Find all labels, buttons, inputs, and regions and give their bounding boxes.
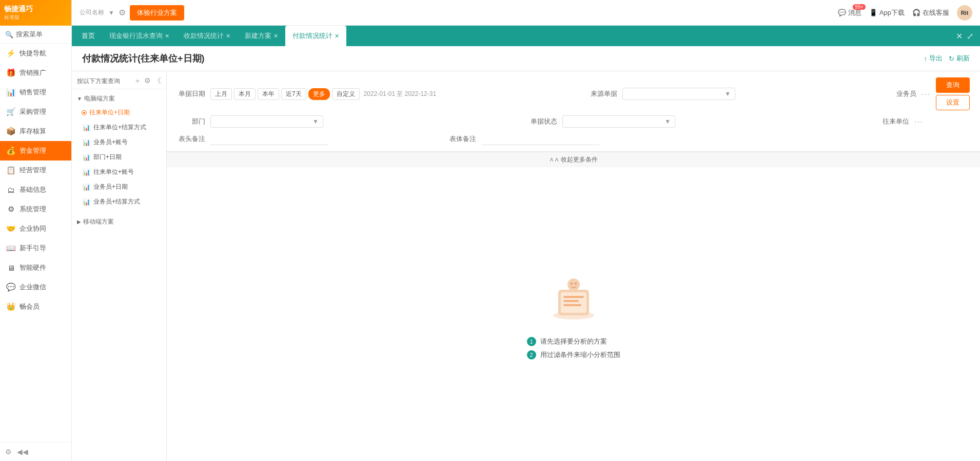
- sidebar-item-basic-info[interactable]: 🗂 基础信息: [0, 180, 71, 199]
- date-btn-this-month[interactable]: 本月: [234, 88, 256, 100]
- sidebar-item-operations[interactable]: 📋 经营管理: [0, 161, 71, 180]
- mobile-section-title[interactable]: ▶ 移动端方案: [72, 215, 166, 228]
- tip-text-2: 用过滤条件来缩小分析范围: [540, 350, 620, 359]
- sidebar-collapse-icon[interactable]: ◀◀: [17, 448, 28, 456]
- header-note-input[interactable]: [210, 133, 328, 145]
- tab-bank-label: 现金银行流水查询: [109, 31, 163, 41]
- tab-expand-icon[interactable]: ⤢: [967, 31, 973, 41]
- content-area: 付款情况统计(往来单位+日期) ↑ 导出 ↻ 刷新 按以下方案查询 ＋: [72, 46, 980, 461]
- company-chevron-icon[interactable]: ▼: [108, 9, 114, 16]
- scheme-item-dept-date[interactable]: 📊 部门+日期: [72, 150, 166, 165]
- avatar-text: Rit: [961, 10, 969, 16]
- tab-close-all-icon[interactable]: ✕: [956, 31, 963, 41]
- topbar-gear-icon[interactable]: ⚙: [119, 8, 126, 17]
- sidebar-logo: 畅捷通巧: [4, 5, 33, 14]
- marketing-icon: 🎁: [6, 68, 15, 77]
- sidebar-item-enterprise[interactable]: 🤝 企业协同: [0, 219, 71, 238]
- sidebar-item-hardware[interactable]: 🖥 智能硬件: [0, 258, 71, 277]
- scheme-item-staff-account[interactable]: 📊 业务员+账号: [72, 135, 166, 150]
- sidebar-item-system[interactable]: ⚙ 系统管理: [0, 199, 71, 219]
- sidebar-search-label: 搜索菜单: [16, 30, 43, 39]
- scheme-item-staff-payment[interactable]: 📊 业务员+结算方式: [72, 194, 166, 209]
- body-note-input[interactable]: [481, 133, 599, 145]
- user-avatar[interactable]: Rit: [957, 5, 972, 21]
- sidebar-item-guide[interactable]: 📖 新手引导: [0, 238, 71, 258]
- messages-btn[interactable]: 💬 消息 99+: [838, 8, 861, 17]
- sidebar-item-inventory[interactable]: 📦 库存核算: [0, 122, 71, 141]
- scheme-chart-icon-6: 📊: [82, 198, 90, 206]
- sidebar-settings-icon[interactable]: ⚙: [5, 448, 12, 456]
- tab-bank[interactable]: 现金银行流水查询 ✕: [102, 26, 177, 46]
- scheme-item-staff-date[interactable]: 📊 业务员+日期: [72, 179, 166, 194]
- filter-row-3: 表头备注 表体备注: [177, 133, 970, 145]
- mobile-arrow-icon: ▶: [77, 219, 81, 225]
- online-service-label: 在线客服: [923, 8, 949, 17]
- scheme-collapse-icon[interactable]: 《: [154, 76, 161, 86]
- svg-rect-4: [563, 300, 579, 302]
- sidebar: 畅捷通巧 标准版 🔍 搜索菜单 ⚡ 快捷导航 🎁 营销推广 📊 销售管理 🛒 采…: [0, 0, 72, 461]
- operations-icon: 📋: [6, 166, 15, 175]
- tab-new-scheme[interactable]: 新建方案 ✕: [238, 26, 285, 46]
- filter-row-2: 部门 ▼ 单据状态 ▼ 往来单位 ···: [177, 115, 970, 128]
- sidebar-item-purchase[interactable]: 🛒 采购管理: [0, 102, 71, 122]
- nav-label-member: 畅会员: [19, 302, 40, 311]
- partner-dots-btn[interactable]: ···: [914, 117, 924, 126]
- online-service-btn[interactable]: 🎧 在线客服: [912, 8, 949, 17]
- dept-select[interactable]: ▼: [210, 115, 323, 128]
- scheme-item-unit-payment[interactable]: 📊 往来单位+结算方式: [72, 120, 166, 135]
- nav-label-hardware: 智能硬件: [19, 263, 46, 272]
- collapse-bar[interactable]: ∧∧ 收起更多条件: [167, 152, 980, 167]
- finance-icon: 💰: [6, 146, 15, 155]
- scheme-chart-icon-2: 📊: [82, 138, 90, 147]
- query-btn[interactable]: 查询: [936, 77, 970, 93]
- app-icon: 📱: [869, 9, 877, 16]
- collapse-label: 收起更多条件: [561, 156, 598, 163]
- tab-receivable[interactable]: 收款情况统计 ✕: [177, 26, 238, 46]
- export-btn[interactable]: ↑ 导出: [924, 54, 943, 63]
- scheme-add-icon[interactable]: ＋: [134, 76, 141, 86]
- tab-payment-close-icon[interactable]: ✕: [335, 33, 339, 39]
- sidebar-search[interactable]: 🔍 搜索菜单: [0, 26, 71, 44]
- staff-label: 业务员: [888, 89, 916, 98]
- inventory-icon: 📦: [6, 127, 15, 136]
- scheme-panel-title: 按以下方案查询: [77, 77, 120, 86]
- guide-icon: 📖: [6, 244, 15, 253]
- scheme-item-unit-account[interactable]: 📊 往来单位+账号: [72, 165, 166, 179]
- topbar-right: 💬 消息 99+ 📱 App下载 🎧 在线客服 Rit: [838, 5, 972, 21]
- tab-receivable-close-icon[interactable]: ✕: [226, 33, 230, 39]
- date-label: 单据日期: [177, 89, 205, 98]
- date-btn-custom[interactable]: 自定义: [332, 88, 360, 100]
- sidebar-item-member[interactable]: 👑 畅会员: [0, 297, 71, 316]
- app-download-btn[interactable]: 📱 App下载: [869, 8, 905, 17]
- sidebar-item-sales[interactable]: 📊 销售管理: [0, 83, 71, 102]
- sidebar-item-weixin[interactable]: 💬 企业微信: [0, 277, 71, 297]
- filter-area: 按以下方案查询 ＋ ⚙ 《 ▼ 电脑端方案 往来单位+日期: [72, 71, 980, 461]
- date-btn-more[interactable]: 更多: [308, 88, 330, 100]
- status-label: 单据状态: [529, 117, 557, 126]
- setting-btn[interactable]: 设置: [936, 95, 970, 110]
- sidebar-item-quick-nav[interactable]: ⚡ 快捷导航: [0, 44, 71, 63]
- refresh-btn[interactable]: ↻ 刷新: [949, 54, 970, 63]
- date-btn-this-year[interactable]: 本年: [258, 88, 279, 100]
- tab-payment[interactable]: 付款情况统计 ✕: [285, 26, 346, 46]
- hardware-icon: 🖥: [6, 263, 15, 272]
- sales-icon: 📊: [6, 88, 15, 97]
- desktop-section-title[interactable]: ▼ 电脑端方案: [72, 92, 166, 105]
- scheme-item-unit-date[interactable]: 往来单位+日期: [72, 105, 166, 120]
- staff-dots-btn[interactable]: ···: [922, 90, 931, 98]
- source-select-arrow-icon: ▼: [724, 90, 731, 97]
- scheme-item-staff-account-label: 业务员+账号: [93, 138, 128, 147]
- sidebar-item-marketing[interactable]: 🎁 营销推广: [0, 63, 71, 83]
- date-btn-7days[interactable]: 近7天: [281, 88, 306, 100]
- tab-new-scheme-close-icon[interactable]: ✕: [273, 33, 278, 39]
- scheme-settings-icon[interactable]: ⚙: [144, 76, 151, 86]
- tab-bank-close-icon[interactable]: ✕: [165, 33, 169, 39]
- tab-home[interactable]: 首页: [74, 26, 102, 46]
- source-select[interactable]: ▼: [622, 88, 735, 100]
- tip-text-1: 请先选择要分析的方案: [540, 337, 607, 346]
- date-btn-last-month[interactable]: 上月: [210, 88, 232, 100]
- scheme-item-staff-date-label: 业务员+日期: [93, 183, 128, 191]
- status-select[interactable]: ▼: [562, 115, 675, 128]
- sidebar-item-finance[interactable]: 💰 资金管理: [0, 141, 71, 161]
- trial-btn[interactable]: 体验行业方案: [130, 5, 184, 21]
